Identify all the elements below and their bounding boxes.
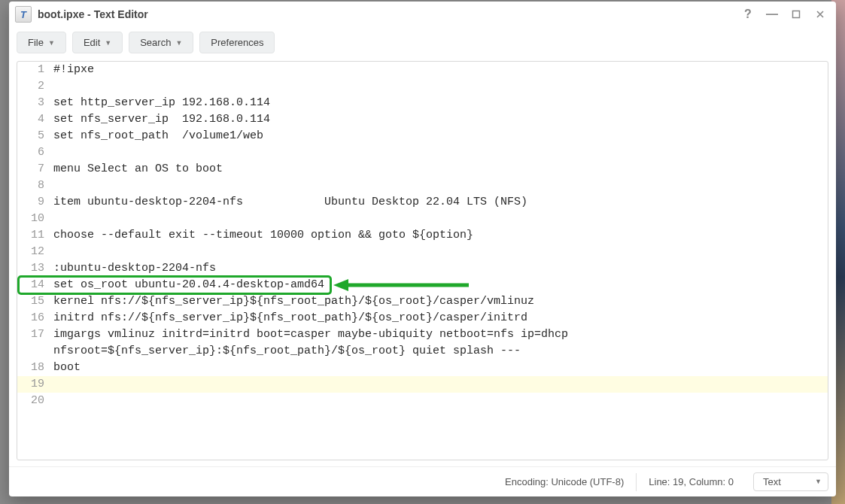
code-text: #!ipxe — [53, 62, 828, 78]
close-icon[interactable] — [810, 5, 830, 24]
code-text: item ubuntu-desktop-2204-nfs Ubuntu Desk… — [53, 194, 828, 211]
code-text — [53, 211, 828, 227]
code-line[interactable]: 20 — [17, 393, 828, 409]
code-line[interactable]: 18boot — [17, 360, 828, 376]
code-text: set http_server_ip 192.168.0.114 — [53, 95, 828, 111]
code-line[interactable]: 19 — [17, 376, 828, 393]
code-line[interactable]: 11choose --default exit --timeout 10000 … — [17, 227, 828, 244]
code-text: kernel nfs://${nfs_server_ip}${nfs_root_… — [53, 293, 828, 310]
code-text: set nfs_root_path /volume1/web — [53, 128, 828, 144]
code-text: nfsroot=${nfs_server_ip}:${nfs_root_path… — [53, 343, 828, 360]
status-position: Line: 19, Column: 0 — [636, 473, 746, 491]
line-number: 8 — [17, 178, 53, 194]
search-menu-label: Search — [140, 37, 171, 48]
line-number: 9 — [17, 194, 53, 211]
chevron-down-icon: ▼ — [175, 39, 182, 47]
maximize-icon[interactable] — [786, 5, 806, 24]
chevron-down-icon: ▼ — [105, 39, 111, 47]
code-text: imgargs vmlinuz initrd=initrd boot=caspe… — [53, 326, 828, 343]
minimize-icon[interactable]: — — [762, 5, 782, 24]
code-line[interactable]: 14set os_root ubuntu-20.04.4-desktop-amd… — [17, 277, 828, 293]
line-number: 11 — [17, 227, 53, 244]
file-menu-label: File — [28, 37, 44, 48]
line-number: 4 — [17, 111, 53, 128]
line-number: 3 — [17, 95, 53, 111]
line-number: 13 — [17, 260, 53, 277]
code-text — [53, 78, 828, 95]
window-title: boot.ipxe - Text Editor — [38, 8, 148, 20]
line-number: 10 — [17, 211, 53, 227]
svg-rect-0 — [793, 11, 800, 18]
code-text: boot — [53, 360, 828, 376]
code-line[interactable]: 16initrd nfs://${nfs_server_ip}${nfs_roo… — [17, 310, 828, 326]
code-text: menu Select an OS to boot — [53, 161, 828, 178]
line-number: 2 — [17, 78, 53, 95]
line-number: 17 — [17, 326, 53, 343]
titlebar: T boot.ipxe - Text Editor ? — — [9, 2, 836, 27]
code-line[interactable]: 9item ubuntu-desktop-2204-nfs Ubuntu Des… — [17, 194, 828, 211]
app-icon: T — [15, 6, 32, 23]
preferences-label: Preferences — [211, 37, 263, 48]
code-text — [53, 178, 828, 194]
line-number: 15 — [17, 293, 53, 310]
editor-frame: 1#!ipxe23set http_server_ip 192.168.0.11… — [17, 61, 828, 460]
code-text: set nfs_server_ip 192.168.0.114 — [53, 111, 828, 128]
line-number — [17, 343, 53, 360]
edit-menu[interactable]: Edit ▼ — [72, 32, 123, 53]
line-number: 16 — [17, 310, 53, 326]
code-text: :ubuntu-desktop-2204-nfs — [53, 260, 828, 277]
line-number: 12 — [17, 244, 53, 260]
line-number: 18 — [17, 360, 53, 376]
code-line[interactable]: 5set nfs_root_path /volume1/web — [17, 128, 828, 144]
toolbar: File ▼ Edit ▼ Search ▼ Preferences — [9, 27, 836, 58]
code-text — [53, 244, 828, 260]
editor-window: T boot.ipxe - Text Editor ? — File ▼ Edi… — [9, 2, 836, 496]
code-line[interactable]: 7menu Select an OS to boot — [17, 161, 828, 178]
line-number: 1 — [17, 62, 53, 78]
code-line[interactable]: 2 — [17, 78, 828, 95]
code-line[interactable]: 13:ubuntu-desktop-2204-nfs — [17, 260, 828, 277]
status-encoding: Encoding: Unicode (UTF-8) — [493, 473, 636, 491]
statusbar: Encoding: Unicode (UTF-8) Line: 19, Colu… — [9, 466, 836, 496]
code-text: choose --default exit --timeout 10000 op… — [53, 227, 828, 244]
code-text — [53, 376, 828, 393]
code-line[interactable]: 4set nfs_server_ip 192.168.0.114 — [17, 111, 828, 128]
help-icon[interactable]: ? — [738, 5, 758, 24]
file-menu[interactable]: File ▼ — [17, 32, 66, 53]
line-number: 14 — [17, 277, 53, 293]
code-line[interactable]: 3set http_server_ip 192.168.0.114 — [17, 95, 828, 111]
code-line[interactable]: 6 — [17, 144, 828, 161]
code-line[interactable]: 15kernel nfs://${nfs_server_ip}${nfs_roo… — [17, 293, 828, 310]
code-text — [53, 144, 828, 161]
code-line[interactable]: 8 — [17, 178, 828, 194]
code-line[interactable]: 10 — [17, 211, 828, 227]
line-number: 5 — [17, 128, 53, 144]
code-line[interactable]: 17imgargs vmlinuz initrd=initrd boot=cas… — [17, 326, 828, 343]
line-number: 20 — [17, 393, 53, 409]
line-number: 19 — [17, 376, 53, 393]
edit-menu-label: Edit — [84, 37, 100, 48]
preferences-button[interactable]: Preferences — [199, 32, 275, 53]
line-number: 6 — [17, 144, 53, 161]
chevron-down-icon: ▼ — [815, 478, 822, 485]
code-text: set os_root ubuntu-20.04.4-desktop-amd64 — [53, 277, 828, 293]
search-menu[interactable]: Search ▼ — [129, 32, 193, 53]
language-select-value: Text — [763, 476, 781, 487]
code-line[interactable]: nfsroot=${nfs_server_ip}:${nfs_root_path… — [17, 343, 828, 360]
code-line[interactable]: 1#!ipxe — [17, 62, 828, 78]
code-editor[interactable]: 1#!ipxe23set http_server_ip 192.168.0.11… — [17, 62, 828, 460]
code-text: initrd nfs://${nfs_server_ip}${nfs_root_… — [53, 310, 828, 326]
code-text — [53, 393, 828, 409]
language-select[interactable]: Text ▼ — [753, 472, 828, 491]
line-number: 7 — [17, 161, 53, 178]
code-line[interactable]: 12 — [17, 244, 828, 260]
chevron-down-icon: ▼ — [48, 39, 55, 47]
